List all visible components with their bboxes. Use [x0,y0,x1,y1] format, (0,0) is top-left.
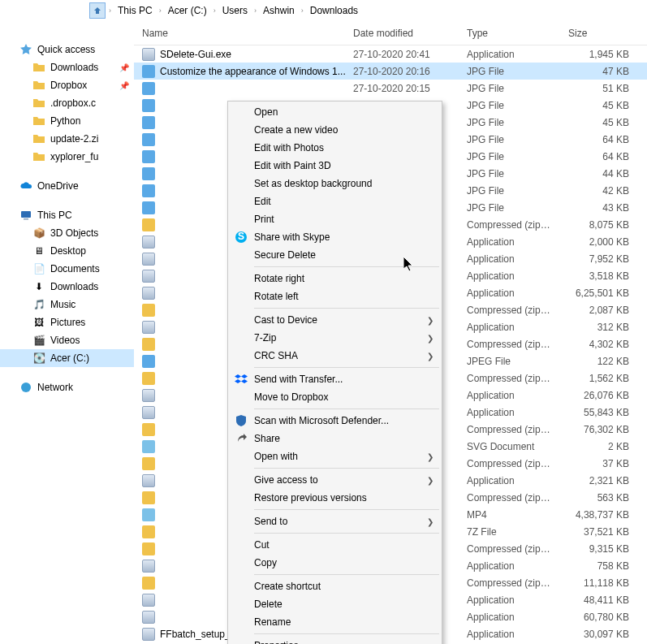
menu-item[interactable]: Rotate right [230,270,440,287]
file-size: 55,843 KB [560,407,647,418]
menu-item[interactable]: Create a new video [230,121,440,139]
menu-item[interactable]: Copy [230,554,440,572]
menu-item[interactable]: Move to Dropbox [230,388,440,406]
file-row[interactable]: Customize the appearance of Windows 1...… [134,63,647,80]
menu-item[interactable]: Cast to Device❯ [230,311,440,329]
menu-item[interactable]: Create shortcut [230,577,440,595]
sidebar-item-label: Music [50,299,75,310]
folder-icon [32,132,45,145]
menu-item[interactable]: Edit with Paint 3D [230,157,440,175]
menu-item[interactable]: CRC SHA❯ [230,347,440,365]
menu-item[interactable]: Edit with Photos [230,139,440,157]
menu-item[interactable]: Properties [230,637,440,644]
file-type: Application [459,629,560,640]
menu-separator [254,308,439,309]
sidebar-onedrive[interactable]: OneDrive [0,177,134,195]
menu-item[interactable]: Open [230,103,440,121]
menu-item[interactable]: Print [230,210,440,228]
menu-item[interactable]: Cut [230,536,440,554]
sidebar-item[interactable]: Downloads📌 [0,58,134,76]
breadcrumb-item[interactable]: Users [219,3,251,18]
menu-item-label: Cast to Device [254,314,427,326]
file-size: 2,000 KB [560,236,647,248]
menu-item[interactable]: Open with❯ [230,447,440,465]
file-size: 563 KB [560,492,647,504]
sidebar-item[interactable]: 🎬Videos [0,331,134,349]
col-name[interactable]: Name [134,28,345,39]
onedrive-icon [19,179,32,192]
file-icon [142,133,155,146]
menu-item-label: Delete [254,599,433,610]
menu-item-label: 7-Zip [254,332,427,344]
sidebar-this-pc[interactable]: This PC [0,206,134,224]
file-icon [142,594,155,607]
sidebar-item[interactable]: 🖼Pictures [0,313,134,331]
file-icon [142,116,155,129]
col-size[interactable]: Size [560,28,647,39]
col-date[interactable]: Date modified [345,28,459,39]
sidebar-item-label: Dropbox [50,80,87,91]
breadcrumb-item[interactable]: Acer (C:) [165,3,210,18]
file-size: 37,521 KB [560,526,647,538]
file-type: Application [459,49,560,60]
sidebar-item[interactable]: xyplorer_fu [0,148,134,166]
file-row[interactable]: SDelete-Gui.exe27-10-2020 20:41Applicati… [134,45,647,63]
menu-item[interactable]: Secure Delete [230,246,440,264]
menu-item[interactable]: Send with Transfer... [230,370,440,388]
sidebar-item[interactable]: 💽Acer (C:) [0,349,134,367]
chevron-right-icon: ❯ [427,316,433,325]
menu-item-label: Edit with Paint 3D [254,160,433,171]
menu-item-label: Edit [254,196,433,207]
sidebar-item[interactable]: .dropbox.c [0,94,134,112]
file-icon [142,99,155,112]
sidebar-item[interactable]: Python [0,112,134,130]
sidebar-quick-access[interactable]: Quick access [0,41,134,58]
menu-item[interactable]: Delete [230,595,440,613]
folder-icon [32,150,45,163]
col-type[interactable]: Type [459,28,560,39]
menu-item[interactable]: Give access to❯ [230,471,440,489]
column-headers[interactable]: Name Date modified Type Size [134,21,647,45]
breadcrumb[interactable]: › This PC›Acer (C:)›Users›Ashwin›Downloa… [0,0,647,21]
file-row[interactable]: 27-10-2020 20:15JPG File51 KB [134,80,647,97]
file-type: Compressed (zipp... [459,577,560,589]
file-icon [142,48,155,61]
file-type: Application [459,560,560,572]
file-size: 64 KB [560,134,647,145]
menu-item[interactable]: Restore previous versions [230,489,440,507]
sidebar-item[interactable]: 🖥Desktop [0,242,134,260]
menu-item[interactable]: Rotate left [230,287,440,305]
menu-item[interactable]: Edit [230,192,440,210]
sidebar-item-label: Quick access [37,44,95,55]
file-icon [142,372,155,385]
sidebar-item[interactable]: 📄Documents [0,260,134,278]
up-arrow-button[interactable] [89,2,106,19]
menu-separator [254,408,439,409]
file-type: JPG File [459,66,560,77]
file-type: SVG Document [459,441,560,452]
menu-item[interactable]: Share [230,430,440,447]
sidebar-item[interactable]: Dropbox📌 [0,76,134,94]
file-type: Compressed (zipp... [459,339,560,350]
file-type: Compressed (zipp... [459,305,560,316]
sidebar-item[interactable]: 📦3D Objects [0,224,134,242]
menu-item[interactable]: Set as desktop background [230,175,440,192]
sidebar-network[interactable]: Network [0,378,134,396]
sidebar-item-label: update-2.zi [50,133,98,145]
file-icon [142,560,155,573]
breadcrumb-item[interactable]: Ashwin [260,3,298,18]
breadcrumb-item[interactable]: This PC [114,3,156,18]
menu-item[interactable]: Send to❯ [230,512,440,530]
sidebar-item[interactable]: update-2.zi [0,130,134,148]
menu-item[interactable]: SShare with Skype [230,228,440,246]
file-icon [142,525,155,538]
sidebar-item-label: Desktop [50,245,86,257]
breadcrumb-item[interactable]: Downloads [307,3,361,18]
menu-item[interactable]: Rename [230,613,440,631]
sidebar-item[interactable]: 🎵Music [0,296,134,313]
file-size: 1,945 KB [560,49,647,60]
sidebar-item[interactable]: ⬇Downloads [0,278,134,296]
menu-item[interactable]: Scan with Microsoft Defender... [230,412,440,430]
pin-icon: 📌 [119,63,129,72]
menu-item[interactable]: 7-Zip❯ [230,329,440,347]
